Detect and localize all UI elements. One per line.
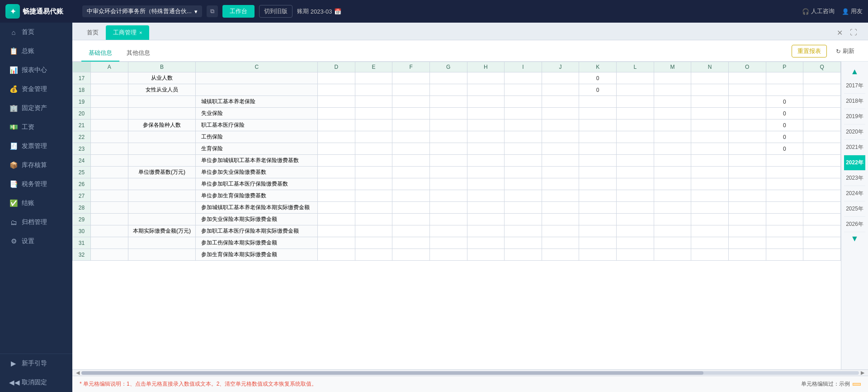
cell-value[interactable]: [617, 237, 654, 249]
cell-value[interactable]: [728, 84, 766, 96]
year-panel-up[interactable]: ▲: [841, 65, 868, 78]
cell-value[interactable]: [318, 84, 355, 96]
year-item[interactable]: 2020年: [844, 124, 865, 140]
cell-value[interactable]: [392, 249, 430, 261]
cell-value[interactable]: [803, 72, 841, 84]
cell-value[interactable]: [505, 120, 542, 131]
cell-value[interactable]: [392, 72, 430, 84]
cell-value[interactable]: [728, 249, 766, 261]
cell-b[interactable]: [128, 108, 196, 120]
cell-value[interactable]: [467, 155, 505, 167]
cell-value[interactable]: [617, 225, 654, 237]
table-row[interactable]: 19城镇职工基本养老保险0: [73, 96, 841, 108]
cell-value[interactable]: [654, 237, 691, 249]
refresh-button[interactable]: ↻ 刷新: [831, 45, 859, 57]
old-version-button[interactable]: 切到旧版: [259, 5, 292, 18]
cell-value[interactable]: [803, 155, 841, 167]
cell-value[interactable]: [355, 108, 392, 120]
cell-a[interactable]: [91, 84, 128, 96]
cell-value[interactable]: [617, 190, 654, 202]
cell-a[interactable]: [91, 214, 128, 225]
cell-b[interactable]: 本期实际缴费金额(万元): [128, 225, 196, 237]
cell-value[interactable]: 0: [579, 72, 617, 84]
cell-value[interactable]: [728, 237, 766, 249]
cell-value[interactable]: 0: [766, 143, 803, 155]
cell-value[interactable]: [691, 237, 729, 249]
cell-value[interactable]: [505, 143, 542, 155]
cell-value[interactable]: [728, 108, 766, 120]
cell-value[interactable]: [728, 190, 766, 202]
cell-value[interactable]: [355, 202, 392, 214]
cell-b[interactable]: [128, 155, 196, 167]
cell-value[interactable]: [355, 96, 392, 108]
cell-value[interactable]: [505, 202, 542, 214]
cell-value[interactable]: [654, 84, 691, 96]
cell-value[interactable]: [467, 178, 505, 190]
tab-close-icon[interactable]: ×: [139, 30, 142, 35]
cell-value[interactable]: [766, 214, 803, 225]
cell-c[interactable]: 失业保险: [196, 108, 318, 120]
cell-a[interactable]: [91, 96, 128, 108]
cell-a[interactable]: [91, 237, 128, 249]
cell-value[interactable]: [318, 131, 355, 143]
cell-c[interactable]: 参加城镇职工基本养老保险本期实际缴费金额: [196, 202, 318, 214]
cell-value[interactable]: [318, 237, 355, 249]
cell-value[interactable]: [691, 120, 729, 131]
cell-value[interactable]: [766, 167, 803, 178]
cell-value[interactable]: [542, 178, 579, 190]
cell-value[interactable]: [505, 190, 542, 202]
cell-value[interactable]: [542, 249, 579, 261]
cell-value[interactable]: [691, 72, 729, 84]
cell-value[interactable]: [803, 214, 841, 225]
cell-value[interactable]: [318, 225, 355, 237]
cell-value[interactable]: [579, 108, 617, 120]
cell-value[interactable]: [617, 131, 654, 143]
cell-value[interactable]: [803, 131, 841, 143]
sidebar-item-checkout[interactable]: ✅ 结账: [0, 194, 72, 213]
cell-value[interactable]: [467, 202, 505, 214]
cell-value[interactable]: [467, 72, 505, 84]
cell-value[interactable]: [728, 143, 766, 155]
cell-value[interactable]: [355, 120, 392, 131]
cell-value[interactable]: [318, 108, 355, 120]
cell-value[interactable]: [429, 214, 467, 225]
cell-a[interactable]: [91, 120, 128, 131]
cell-value[interactable]: [318, 143, 355, 155]
cell-value[interactable]: [355, 237, 392, 249]
table-row[interactable]: 21参保各险种人数职工基本医疗保险0: [73, 120, 841, 131]
cell-value[interactable]: [579, 167, 617, 178]
cell-b[interactable]: [128, 143, 196, 155]
cell-value[interactable]: [355, 131, 392, 143]
cell-value[interactable]: [467, 120, 505, 131]
cell-value[interactable]: 0: [766, 108, 803, 120]
table-row[interactable]: 27单位参加生育保险缴费基数: [73, 190, 841, 202]
cell-value[interactable]: [429, 237, 467, 249]
cell-value[interactable]: [617, 249, 654, 261]
cell-value[interactable]: [728, 155, 766, 167]
sidebar-item-report[interactable]: 📊 报表中心: [0, 61, 72, 80]
cell-value[interactable]: [318, 190, 355, 202]
cell-value[interactable]: [728, 167, 766, 178]
cell-value[interactable]: [766, 178, 803, 190]
cell-c[interactable]: 参加职工基本医疗保险本期实际缴费金额: [196, 225, 318, 237]
cell-value[interactable]: [691, 225, 729, 237]
cell-value[interactable]: [392, 108, 430, 120]
cell-value[interactable]: [467, 167, 505, 178]
sidebar-item-unpin[interactable]: ◀◀ 取消固定: [0, 373, 72, 392]
cell-value[interactable]: [579, 190, 617, 202]
cell-value[interactable]: 0: [766, 120, 803, 131]
cell-value[interactable]: [355, 167, 392, 178]
cell-value[interactable]: [728, 225, 766, 237]
cell-value[interactable]: [803, 84, 841, 96]
cell-value[interactable]: [728, 96, 766, 108]
cell-value[interactable]: [392, 190, 430, 202]
cell-value[interactable]: [355, 190, 392, 202]
cell-value[interactable]: [542, 120, 579, 131]
cell-value[interactable]: [505, 249, 542, 261]
cell-value[interactable]: [542, 225, 579, 237]
cell-value[interactable]: [579, 225, 617, 237]
cell-value[interactable]: [467, 84, 505, 96]
year-item[interactable]: 2024年: [844, 186, 865, 201]
cell-value[interactable]: [505, 108, 542, 120]
cell-c[interactable]: [196, 72, 318, 84]
